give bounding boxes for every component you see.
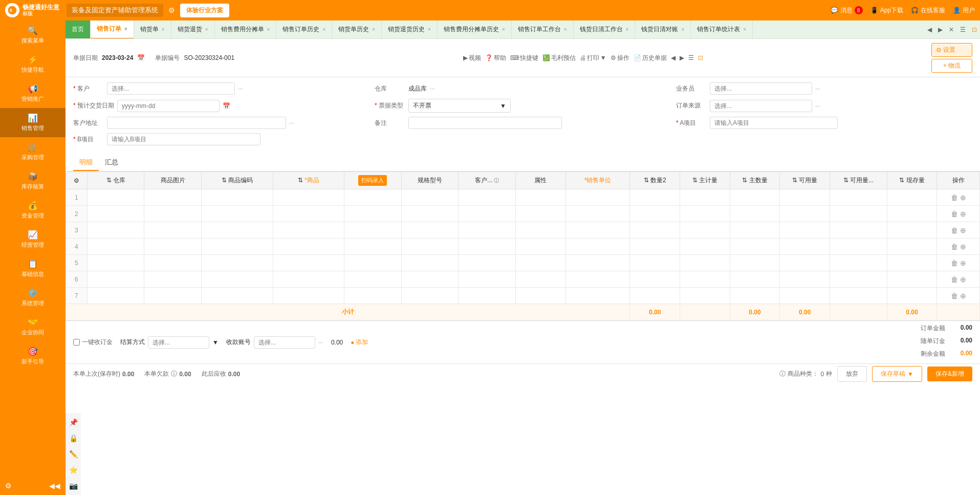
cell-sales-unit[interactable]	[565, 206, 630, 222]
tab-order-stats-close[interactable]: ×	[743, 27, 746, 32]
delivery-date-input[interactable]	[117, 100, 220, 112]
customer-input[interactable]	[107, 82, 235, 95]
cell-product-code[interactable]	[202, 189, 273, 206]
cell-product[interactable]	[273, 255, 344, 271]
tab-return-goods[interactable]: 销货退货 ×	[171, 20, 215, 39]
sidebar-settings-icon[interactable]: ⚙	[5, 482, 12, 490]
cell-product[interactable]	[273, 222, 344, 239]
sidebar-item-base-info[interactable]: 📋 基础信息	[0, 254, 66, 283]
cell-attribute[interactable]	[516, 222, 566, 239]
discard-button[interactable]: 放弃	[837, 366, 867, 382]
cell-customer-code[interactable]	[459, 288, 516, 304]
settlement-dropdown[interactable]: ▼	[212, 339, 219, 346]
th-stock[interactable]: ⇅ 现存量	[887, 172, 937, 189]
calendar-icon-2[interactable]: 📅	[223, 102, 230, 110]
view-action[interactable]: ▶ 视频	[463, 54, 481, 62]
tab-return-goods-close[interactable]: ×	[205, 27, 208, 32]
cell-qty2[interactable]	[630, 239, 680, 255]
a-project-input[interactable]	[710, 117, 838, 129]
row-delete-icon[interactable]: 🗑	[951, 243, 958, 251]
operation-action[interactable]: ⚙ 操作	[611, 54, 629, 62]
date-value[interactable]: 2023-03-24	[102, 54, 133, 61]
cell-product-code[interactable]	[202, 288, 273, 304]
solution-button[interactable]: 体验行业方案	[180, 4, 229, 17]
invoice-type-select[interactable]: 不开票 ▼	[408, 99, 511, 113]
section-tab-detail[interactable]: 明细	[73, 155, 99, 171]
cell-sales-unit[interactable]	[565, 288, 630, 304]
cell-spec[interactable]	[401, 239, 459, 255]
profit-action[interactable]: 💹 毛利预估	[542, 54, 576, 62]
online-support-item[interactable]: 🎧 在线客服	[911, 6, 945, 15]
cell-qty2[interactable]	[630, 189, 680, 206]
tab-cash-workbench[interactable]: 钱货日清工作台 ×	[574, 20, 636, 39]
sidebar-item-purchase-mgmt[interactable]: 🛒 采购管理	[0, 137, 66, 166]
message-item[interactable]: 💬 消息 8	[831, 6, 863, 15]
cell-attribute[interactable]	[516, 288, 566, 304]
customer-dots[interactable]: ···	[238, 85, 243, 92]
cell-main-qty[interactable]	[730, 222, 780, 239]
cell-qty2[interactable]	[630, 222, 680, 239]
tab-expense-split-history-close[interactable]: ×	[502, 27, 505, 32]
tab-sales-order-close[interactable]: ×	[124, 26, 127, 32]
th-available[interactable]: ⇅ 可用量	[780, 172, 830, 189]
receivable-account-input[interactable]	[254, 336, 315, 349]
row-copy-icon[interactable]: ⊕	[960, 292, 966, 300]
customer-address-input[interactable]	[107, 117, 286, 129]
cell-product-code[interactable]	[202, 255, 273, 271]
save-draft-button[interactable]: 保存草稿 ▼	[872, 366, 922, 382]
cell-main-qty[interactable]	[730, 288, 780, 304]
grid-view-icon[interactable]: ⊡	[698, 54, 703, 61]
cell-spec[interactable]	[401, 206, 459, 222]
cell-product[interactable]	[273, 206, 344, 222]
cell-qty2[interactable]	[630, 206, 680, 222]
tab-sales-order[interactable]: 销售订单 ×	[91, 20, 134, 39]
right-panel-icon-2[interactable]: 🔒	[67, 432, 80, 445]
settings-button[interactable]: ⚙ 设置	[931, 43, 972, 57]
shortcut-action[interactable]: ⌨ 快捷键	[510, 54, 538, 62]
tab-order-stats[interactable]: 销售订单统计表 ×	[691, 20, 753, 39]
th-main-qty[interactable]: ⇅ 主数量	[730, 172, 780, 189]
cell-attribute[interactable]	[516, 255, 566, 271]
nav-prev-icon[interactable]: ◀	[671, 54, 676, 61]
cell-customer-code[interactable]	[459, 206, 516, 222]
sidebar-item-search-menu[interactable]: 🔍 搜索菜单	[0, 20, 66, 50]
cell-attribute[interactable]	[516, 206, 566, 222]
tab-expense-split[interactable]: 销售费用分摊单 ×	[215, 20, 277, 39]
section-tab-summary[interactable]: 汇总	[99, 155, 124, 171]
customer-address-dots[interactable]: ···	[289, 119, 294, 126]
th-available2[interactable]: ⇅ 可用量...	[830, 172, 887, 189]
tab-sales-return[interactable]: 销货单 ×	[134, 20, 171, 39]
cell-customer-code[interactable]	[459, 271, 516, 288]
tab-home[interactable]: 首页	[66, 20, 91, 39]
save-draft-dropdown-icon[interactable]: ▼	[907, 371, 913, 378]
cell-qty2[interactable]	[630, 255, 680, 271]
cell-product[interactable]	[273, 189, 344, 206]
sidebar-item-marketing[interactable]: 📢 营销推广	[0, 79, 66, 108]
tab-return-history-close[interactable]: ×	[372, 27, 375, 32]
th-product[interactable]: ⇅ *商品	[273, 172, 344, 189]
cell-customer-code[interactable]	[459, 189, 516, 206]
cell-sales-unit[interactable]	[565, 189, 630, 206]
right-panel-icon-5[interactable]: 📷	[67, 479, 80, 492]
right-panel-icon-4[interactable]: ⭐	[67, 463, 80, 477]
th-qty2[interactable]: ⇅ 数量2	[630, 172, 680, 189]
row-copy-icon[interactable]: ⊕	[960, 210, 966, 218]
cell-warehouse[interactable]	[87, 222, 144, 239]
cell-product-code[interactable]	[202, 271, 273, 288]
order-source-input[interactable]	[710, 100, 812, 112]
help-action[interactable]: ❓ 帮助	[485, 54, 506, 62]
cell-product-code[interactable]	[202, 239, 273, 255]
tab-order-history-close[interactable]: ×	[322, 27, 325, 32]
cell-qty2[interactable]	[630, 288, 680, 304]
history-action[interactable]: 📄 历史单据	[634, 54, 667, 62]
tab-next-btn[interactable]: ▶	[935, 26, 946, 33]
user-item[interactable]: 👤 用户	[953, 6, 975, 15]
tab-prev-btn[interactable]: ◀	[924, 26, 935, 33]
scan-button[interactable]: 扫码录入	[358, 175, 387, 186]
cell-product[interactable]	[273, 288, 344, 304]
cell-product[interactable]	[273, 271, 344, 288]
cell-customer-code[interactable]	[459, 222, 516, 239]
sidebar-collapse-icon[interactable]: ◀◀	[49, 482, 60, 490]
row-delete-icon[interactable]: 🗑	[951, 275, 958, 284]
staff-dots[interactable]: ···	[815, 85, 820, 92]
